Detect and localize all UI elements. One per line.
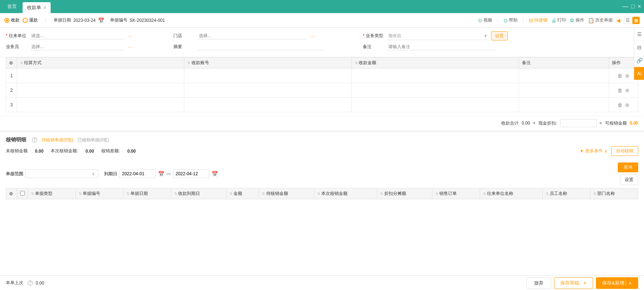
amount-cell[interactable] (352, 83, 519, 98)
tab-home[interactable]: 首页 (3, 0, 21, 13)
operation-icon: ⚙ (570, 17, 574, 23)
discard-btn[interactable]: 放弃 (526, 277, 551, 289)
this-verify-value: 0.00 (86, 149, 94, 154)
data-table: ⚙ ⇅ 结算方式 ⇅ 收款账号 ⇅ 收款金额 备注 操作 1 🗑 ⊕ 2 (6, 57, 638, 112)
calendar-icon[interactable]: 📅 (98, 17, 104, 23)
layout-list-icon[interactable]: ☰ (624, 17, 631, 24)
bottom-col: ⇅ 金额 (226, 188, 259, 199)
gear-col[interactable]: ⚙ (6, 58, 17, 68)
this-up-info-icon[interactable]: ? (28, 281, 33, 286)
query-btn[interactable]: 查询 (618, 162, 638, 172)
biz-type-select[interactable]: 预收款 ▼ (387, 32, 489, 40)
number-field: 单据编号 SK-20230324-001 (110, 17, 165, 23)
settlement-cell[interactable] (17, 83, 184, 98)
counterparty-input[interactable] (30, 32, 125, 39)
date-field: 单据日期 2023-03-24 📅 (54, 17, 104, 23)
minimize-icon[interactable]: — (623, 3, 628, 10)
save-new-arrow[interactable]: ∧ (626, 280, 632, 286)
salesman-input[interactable] (30, 43, 125, 50)
copy-icon[interactable]: ⊕ (625, 102, 629, 108)
calendar-to-icon[interactable]: 📅 (212, 171, 218, 177)
diff-label: 核销差额: (101, 148, 120, 154)
table-row: 1 🗑 ⊕ (6, 68, 638, 83)
biz-type-chevron: ▼ (484, 34, 487, 38)
range-select[interactable]: ∨ (25, 169, 98, 178)
nuclear-info-icon[interactable]: ? (32, 137, 37, 142)
summary-input[interactable] (197, 43, 325, 50)
radio-tuikuan-dot (23, 18, 28, 23)
history-btn[interactable]: 📋 历史单据 (588, 17, 613, 23)
nuclear-title: 核销明细 (6, 137, 26, 143)
counterparty-dots[interactable]: ··· (128, 33, 133, 39)
gear-icon2[interactable]: ⚙ (9, 191, 13, 196)
remark-input[interactable] (387, 43, 496, 50)
video-btn[interactable]: ⊙ 视频 (478, 17, 492, 23)
amount-cell[interactable] (352, 98, 519, 112)
number-value: SK-20230324-001 (130, 18, 165, 23)
remark-cell[interactable] (519, 68, 609, 83)
shortcut-btn[interactable]: ⊟ 快捷键 (529, 17, 547, 23)
radio-shoukuan-label: 收款 (11, 17, 20, 23)
store-dots[interactable]: ··· (310, 33, 315, 39)
bottom-col: ⇅ 销售订单 (432, 188, 480, 199)
due-date-to[interactable] (173, 169, 209, 178)
gear-icon[interactable]: ⚙ (9, 60, 13, 66)
delete-icon[interactable]: 🗑 (617, 102, 623, 108)
settlement-cell[interactable] (17, 68, 184, 83)
save-draft-btn[interactable]: 保存草稿 ∧ (554, 277, 593, 289)
help-label: 帮助 (509, 17, 518, 23)
salesman-label: 业务员 (6, 44, 28, 50)
tab-pending[interactable]: 待核销单据(0笔) (42, 137, 73, 143)
close-icon[interactable]: × (638, 3, 641, 10)
bottom-col: ⇅ 往来单位名称 (480, 188, 542, 199)
due-date-from[interactable] (119, 169, 156, 178)
right-icon-ai[interactable]: Ai (634, 67, 644, 80)
table-row: 2 🗑 ⊕ (6, 83, 638, 98)
remark-cell[interactable] (519, 98, 609, 112)
tab-done[interactable]: 已核销单据(0笔) (78, 137, 109, 143)
delete-icon[interactable]: 🗑 (617, 87, 623, 93)
radio-tuikuan[interactable]: 退款 (23, 17, 38, 23)
more-conditions-label: 更多条件 (585, 148, 603, 154)
copy-icon[interactable]: ⊕ (625, 73, 629, 79)
tab-bar-right: — □ × (623, 3, 641, 10)
salesman-dots[interactable]: ··· (128, 44, 133, 50)
remark-cell[interactable] (519, 83, 609, 98)
right-icon-2[interactable]: ⊟ (634, 41, 644, 54)
save-draft-arrow[interactable]: ∧ (581, 280, 587, 286)
save-new-btn[interactable]: 保存&新增 ∧ (596, 277, 638, 289)
radio-shoukuan[interactable]: 收款 (4, 17, 20, 23)
setting-btn2[interactable]: 设置 (620, 175, 638, 185)
layout-grid-icon[interactable]: ▦ (632, 17, 640, 24)
equals-sign: = (600, 121, 602, 126)
check-col (17, 188, 28, 199)
discount-input[interactable] (560, 119, 597, 127)
maximize-icon[interactable]: □ (631, 3, 635, 10)
select-all-check[interactable] (20, 191, 25, 196)
delete-icon[interactable]: 🗑 (617, 73, 623, 79)
settlement-cell[interactable] (17, 98, 184, 112)
right-icon-3[interactable]: 🔗 (634, 54, 644, 67)
auto-verify-btn[interactable]: 自动核销 (611, 146, 638, 156)
action-cell: 🗑 ⊕ (609, 98, 638, 112)
amount-cell[interactable] (352, 68, 519, 83)
right-icon-1[interactable]: ☰ (634, 28, 644, 41)
nuclear-section: 核销明细 ? 待核销单据(0笔) 已核销单据(0笔) 未核销金额 0.00 本次… (0, 130, 644, 204)
counterparty-field: 往来单位 ··· (6, 32, 159, 39)
settings-button[interactable]: 设置 (491, 31, 508, 40)
tab-close-icon[interactable]: × (43, 5, 46, 11)
tab-active[interactable]: 收款单 × (23, 2, 51, 13)
copy-icon[interactable]: ⊕ (625, 87, 629, 93)
account-cell[interactable] (184, 98, 352, 112)
nuclear-right: ▼ 更多条件 ∧ 自动核销 (580, 146, 638, 156)
store-input[interactable] (197, 32, 307, 39)
account-cell[interactable] (184, 83, 352, 98)
operation-btn[interactable]: ⚙ 操作 (570, 17, 584, 23)
calendar-from-icon[interactable]: 📅 (158, 171, 164, 177)
more-conditions-btn[interactable]: ▼ 更多条件 ∧ (580, 148, 608, 154)
form-row-2: 业务员 ··· 摘要 备注 (6, 43, 638, 50)
print-btn[interactable]: 🖨 打印 (551, 17, 566, 23)
account-cell[interactable] (184, 68, 352, 83)
prev-icon[interactable]: ◀ (616, 17, 620, 23)
help-btn[interactable]: ⊙ 帮助 (503, 17, 518, 23)
